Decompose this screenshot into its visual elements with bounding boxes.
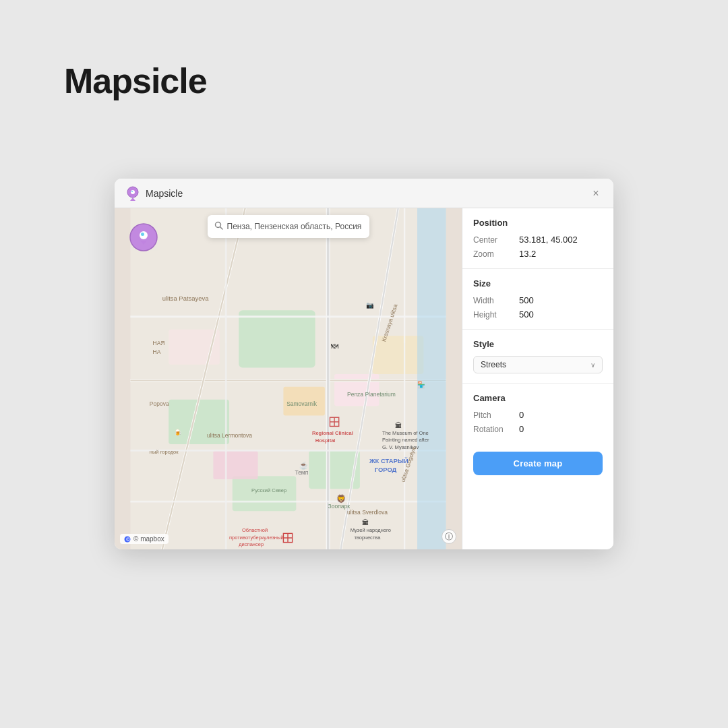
width-label: Width <box>473 296 519 305</box>
svg-text:Зоопарк: Зоопарк <box>328 503 351 510</box>
svg-text:НАЯ: НАЯ <box>153 340 165 346</box>
camera-section: Camera Pitch 0 Rotation 0 <box>462 384 613 444</box>
svg-text:Областной: Областной <box>242 527 268 533</box>
size-section: Size Width 500 Height 500 <box>462 269 613 330</box>
svg-rect-31 <box>417 208 446 549</box>
width-value: 500 <box>519 295 534 305</box>
rotation-row: Rotation 0 <box>473 424 603 434</box>
mapbox-logo: © © mapbox <box>120 534 169 544</box>
svg-text:ulitsa Patsayeva: ulitsa Patsayeva <box>162 295 209 302</box>
pitch-label: Pitch <box>473 411 519 420</box>
search-value: Пенза, Пензенская область, Россия <box>227 222 362 231</box>
height-value: 500 <box>519 309 534 320</box>
svg-text:🍺: 🍺 <box>174 429 182 437</box>
style-value: Streets <box>481 360 588 369</box>
svg-point-2 <box>131 191 133 192</box>
width-row: Width 500 <box>473 295 603 305</box>
search-icon <box>214 221 223 232</box>
window-title: Mapsicle <box>146 188 589 199</box>
svg-text:Painting named after: Painting named after <box>382 437 429 443</box>
svg-text:Samovarnik: Samovarnik <box>286 400 317 407</box>
svg-text:The Museum of One: The Museum of One <box>382 430 429 436</box>
svg-text:©: © <box>126 537 130 543</box>
app-icon <box>125 186 140 201</box>
center-row: Center 53.181, 45.002 <box>473 235 603 245</box>
svg-rect-9 <box>239 310 315 367</box>
app-window: Mapsicle × Пенза, Пензенская область, Ро… <box>115 179 613 549</box>
svg-point-7 <box>141 233 144 236</box>
svg-text:🏪: 🏪 <box>417 381 425 389</box>
svg-text:🏛: 🏛 <box>362 518 369 526</box>
svg-line-4 <box>220 227 222 230</box>
zoom-value: 13.2 <box>519 249 536 259</box>
svg-point-1 <box>131 190 135 194</box>
svg-text:Темп: Темп <box>295 469 308 476</box>
pitch-value: 0 <box>519 410 524 420</box>
svg-text:противотуберкулезный: противотуберкулезный <box>229 535 284 541</box>
svg-text:ЖК СТАРЫЙ: ЖК СТАРЫЙ <box>369 457 408 464</box>
svg-text:Русский Север: Русский Север <box>251 487 286 493</box>
window-body: Пенза, Пензенская область, Россия <box>115 208 613 549</box>
style-section-title: Style <box>473 339 603 349</box>
center-label: Center <box>473 235 519 245</box>
svg-text:🏛: 🏛 <box>395 421 402 429</box>
map-svg: ulitsa Patsayeva Popova ulitsa Lermontov… <box>115 208 462 549</box>
style-select[interactable]: Streets ∨ <box>473 356 603 373</box>
style-section: Style Streets ∨ <box>462 330 613 384</box>
svg-text:ный городок: ный городок <box>150 449 179 455</box>
svg-text:🍽: 🍽 <box>331 342 338 350</box>
map-panel[interactable]: Пенза, Пензенская область, Россия <box>115 208 462 549</box>
svg-text:🦁: 🦁 <box>336 494 346 504</box>
svg-text:Hospital: Hospital <box>315 437 336 444</box>
svg-rect-13 <box>213 450 257 479</box>
svg-text:творчества: творчества <box>354 535 381 541</box>
size-section-title: Size <box>473 278 603 289</box>
svg-text:диспансер: диспансер <box>239 541 264 547</box>
svg-rect-12 <box>233 476 297 511</box>
svg-text:Музей народного: Музей народного <box>351 527 391 533</box>
svg-text:ГОРОД: ГОРОД <box>375 466 397 473</box>
svg-text:Penza Planetarium: Penza Planetarium <box>347 391 396 398</box>
title-bar: Mapsicle × <box>115 179 613 208</box>
svg-text:Regional Clinical: Regional Clinical <box>312 430 353 436</box>
zoom-row: Zoom 13.2 <box>473 249 603 259</box>
svg-text:☕: ☕ <box>299 461 308 470</box>
rotation-value: 0 <box>519 424 524 434</box>
close-button[interactable]: × <box>589 187 603 200</box>
center-value: 53.181, 45.002 <box>519 235 578 245</box>
height-label: Height <box>473 310 519 320</box>
zoom-label: Zoom <box>473 249 519 259</box>
svg-text:📷: 📷 <box>366 301 374 309</box>
page-title: Mapsicle <box>64 61 207 101</box>
rotation-label: Rotation <box>473 425 519 434</box>
height-row: Height 500 <box>473 309 603 320</box>
camera-section-title: Camera <box>473 393 603 403</box>
svg-text:ulitsa Sverdlova: ulitsa Sverdlova <box>347 509 388 516</box>
info-button[interactable]: ⓘ <box>442 529 456 544</box>
svg-text:НА: НА <box>153 348 161 355</box>
svg-rect-17 <box>373 336 424 374</box>
svg-text:ulitsa Lermontova: ulitsa Lermontova <box>207 432 252 439</box>
create-map-button[interactable]: Create map <box>473 452 603 475</box>
position-section: Position Center 53.181, 45.002 Zoom 13.2 <box>462 208 613 269</box>
svg-text:Popova: Popova <box>150 400 169 407</box>
pitch-row: Pitch 0 <box>473 410 603 420</box>
search-bar[interactable]: Пенза, Пензенская область, Россия <box>208 215 369 238</box>
position-section-title: Position <box>473 218 603 228</box>
map-pin <box>129 223 158 254</box>
chevron-down-icon: ∨ <box>590 361 595 369</box>
sidebar: Position Center 53.181, 45.002 Zoom 13.2… <box>462 208 613 549</box>
